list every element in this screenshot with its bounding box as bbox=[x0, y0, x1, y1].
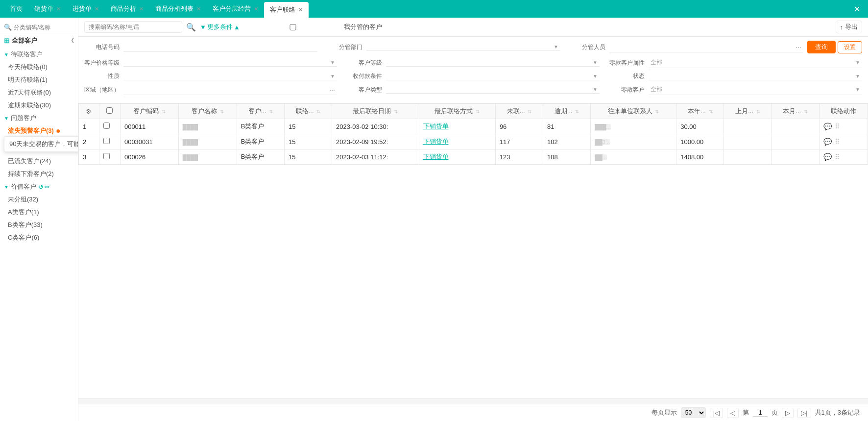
col-customer-code[interactable]: 客户编码 ⇅ bbox=[120, 104, 178, 119]
col-overdue[interactable]: 逾期... ⇅ bbox=[543, 104, 591, 119]
action-more-icon[interactable]: ⠿ bbox=[835, 123, 840, 130]
search-button[interactable]: 🔍 bbox=[186, 23, 196, 32]
edit-icon[interactable]: ✏ bbox=[45, 183, 50, 191]
payment-select[interactable]: ▼ bbox=[386, 73, 600, 80]
nature-select[interactable]: ▼ bbox=[123, 73, 337, 80]
phone-input[interactable] bbox=[123, 43, 317, 52]
close-window-button[interactable]: ✕ bbox=[850, 4, 864, 14]
row-customer-type: B类客户 bbox=[237, 119, 284, 134]
customer-type-select[interactable]: ▼ bbox=[386, 86, 600, 94]
col-last-month[interactable]: 上月... ⇅ bbox=[724, 104, 772, 119]
sort-date-icon: ⇅ bbox=[394, 109, 398, 114]
tab-product-analysis[interactable]: 商品分析 ✕ bbox=[105, 0, 149, 18]
tab-home[interactable]: 首页 bbox=[4, 0, 28, 18]
setting-button[interactable]: 设置 bbox=[838, 41, 862, 53]
sidebar-section-pending[interactable]: ▼ 待联络客户 bbox=[0, 48, 78, 61]
customer-grade-select[interactable]: ▼ bbox=[386, 59, 600, 67]
close-segment-icon[interactable]: ✕ bbox=[254, 6, 258, 12]
more-conditions-button[interactable]: ▼ 更多条件 ▲ bbox=[200, 23, 240, 31]
col-this-month[interactable]: 本月... ⇅ bbox=[772, 104, 819, 119]
row-last-way: 下销货单 bbox=[419, 119, 495, 134]
sidebar-item-today-pending[interactable]: 今天待联络(0) bbox=[0, 61, 78, 74]
chevron-down-icon-2: ▼ bbox=[330, 60, 335, 65]
action-more-icon[interactable]: ⠿ bbox=[835, 138, 840, 146]
sidebar-search-input[interactable] bbox=[14, 24, 78, 31]
row-contact: 15 bbox=[284, 119, 332, 134]
region-select[interactable]: ··· bbox=[123, 85, 337, 95]
row-overdue: 108 bbox=[543, 149, 591, 165]
department-label: 分管部门 bbox=[327, 43, 366, 51]
action-more-icon[interactable]: ⠿ bbox=[835, 153, 840, 161]
sidebar-root-group[interactable]: ⊞ 全部客户 《 bbox=[0, 33, 78, 48]
dots-icon-1[interactable]: ··· bbox=[796, 43, 801, 51]
sidebar-item-churn-warning[interactable]: 流失预警客户(3) ● bbox=[0, 124, 78, 137]
horizontal-scrollbar[interactable] bbox=[78, 398, 868, 404]
sidebar-item-declining[interactable]: 持续下滑客户(2) bbox=[0, 168, 78, 180]
tab-purchase-order[interactable]: 进货单 ✕ bbox=[67, 0, 105, 18]
sidebar-item-class-c[interactable]: C类客户(6) bbox=[0, 231, 78, 244]
table-row: 2 00030031 ████ B类客户 15 2023-02-09 19:52… bbox=[79, 134, 868, 149]
first-page-button[interactable]: |◁ bbox=[710, 408, 723, 418]
dots-icon-2[interactable]: ··· bbox=[329, 86, 335, 94]
sidebar-search-bar: 🔍 bbox=[0, 22, 78, 33]
refresh-icon[interactable]: ↺ bbox=[38, 183, 44, 191]
row-contact: 15 bbox=[284, 134, 332, 149]
row-select-checkbox[interactable] bbox=[103, 153, 110, 159]
col-last-contact-way[interactable]: 最后联络方式 ⇅ bbox=[419, 104, 495, 119]
row-select-checkbox[interactable] bbox=[103, 138, 110, 144]
tab-sales-order[interactable]: 销货单 ✕ bbox=[28, 0, 67, 18]
col-contact-count[interactable]: 联络... ⇅ bbox=[284, 104, 332, 119]
search-input[interactable] bbox=[84, 21, 182, 33]
action-chat-icon[interactable]: 💬 bbox=[823, 123, 832, 130]
per-page-select[interactable]: 50 20 100 200 bbox=[681, 407, 706, 418]
select-all-checkbox[interactable] bbox=[106, 107, 113, 114]
sidebar-section-problem[interactable]: ▼ 问题客户 bbox=[0, 112, 78, 124]
col-settings[interactable]: ⚙ bbox=[79, 104, 99, 119]
prev-page-button[interactable]: ◁ bbox=[727, 408, 739, 418]
retail-select[interactable]: 全部 ▼ bbox=[649, 84, 862, 95]
close-contact-icon[interactable]: ✕ bbox=[298, 7, 303, 13]
row-name: ████ bbox=[178, 119, 237, 134]
col-contact-person[interactable]: 往来单位联系人 ⇅ bbox=[591, 104, 676, 119]
zero-attr-select[interactable]: 全部 ▼ bbox=[649, 57, 862, 68]
sidebar-item-tomorrow-pending[interactable]: 明天待联络(1) bbox=[0, 74, 78, 86]
action-chat-icon[interactable]: 💬 bbox=[823, 153, 832, 161]
action-chat-icon[interactable]: 💬 bbox=[823, 138, 832, 146]
sidebar-item-week-pending[interactable]: 近7天待联络(0) bbox=[0, 86, 78, 99]
sidebar-item-overdue-pending[interactable]: 逾期未联络(30) bbox=[0, 99, 78, 112]
query-button[interactable]: 查询 bbox=[807, 41, 836, 53]
sidebar-item-already-churned[interactable]: 已流失客户(24) bbox=[0, 155, 78, 168]
close-product-analysis-icon[interactable]: ✕ bbox=[139, 6, 144, 12]
row-select-checkbox[interactable] bbox=[103, 123, 110, 129]
close-product-list-icon[interactable]: ✕ bbox=[196, 6, 201, 12]
price-grade-select[interactable]: ▼ bbox=[123, 59, 337, 67]
last-page-button[interactable]: ▷| bbox=[797, 408, 811, 418]
tab-customer-segment[interactable]: 客户分层经营 ✕ bbox=[207, 0, 264, 18]
col-this-year[interactable]: 本年... ⇅ bbox=[676, 104, 724, 119]
close-purchase-icon[interactable]: ✕ bbox=[95, 6, 99, 12]
department-select[interactable]: ▼ bbox=[366, 43, 560, 51]
status-select[interactable]: ▼ bbox=[649, 73, 862, 80]
manager-select[interactable]: ··· bbox=[609, 42, 803, 52]
sidebar: 🔍 ⊞ 全部客户 《 ▼ 待联络客户 今天待联络(0) 明天待联络(1) 近7天… bbox=[0, 18, 78, 421]
my-customer-checkbox[interactable]: 我分管的客户 bbox=[244, 23, 382, 31]
my-customer-check[interactable] bbox=[244, 24, 342, 30]
col-customer-name[interactable]: 客户名称 ⇅ bbox=[178, 104, 237, 119]
close-sales-order-icon[interactable]: ✕ bbox=[56, 6, 61, 12]
sidebar-item-class-a[interactable]: A类客户(1) bbox=[0, 206, 78, 219]
sidebar-item-ungrouped[interactable]: 未分组(32) bbox=[0, 193, 78, 206]
next-page-button[interactable]: ▷ bbox=[782, 408, 794, 418]
filter-manager: 分管人员 ··· bbox=[570, 42, 803, 52]
sidebar-section-value[interactable]: ▼ 价值客户 ↺ ✏ bbox=[0, 180, 78, 193]
tab-product-analysis-list[interactable]: 商品分析列表 ✕ bbox=[149, 0, 207, 18]
export-button[interactable]: ↑ 导出 bbox=[836, 21, 863, 33]
col-unlink-days[interactable]: 未联... ⇅ bbox=[495, 104, 543, 119]
page-number-input[interactable] bbox=[753, 409, 768, 417]
sidebar-item-class-b[interactable]: B类客户(33) bbox=[0, 219, 78, 231]
filter-bar: 🔍 ▼ 更多条件 ▲ 我分管的客户 ↑ 导出 bbox=[78, 18, 868, 37]
tab-customer-contact[interactable]: 客户联络 ✕ bbox=[264, 2, 309, 18]
col-customer-type[interactable]: 客户... ⇅ bbox=[237, 104, 284, 119]
adv-filter-row-2: 客户价格等级 ▼ 客户等级 ▼ 零款客户属性 全部 bbox=[84, 57, 862, 68]
main-layout: 🔍 ⊞ 全部客户 《 ▼ 待联络客户 今天待联络(0) 明天待联络(1) 近7天… bbox=[0, 18, 868, 421]
col-last-contact-date[interactable]: 最后联络日期 ⇅ bbox=[332, 104, 419, 119]
